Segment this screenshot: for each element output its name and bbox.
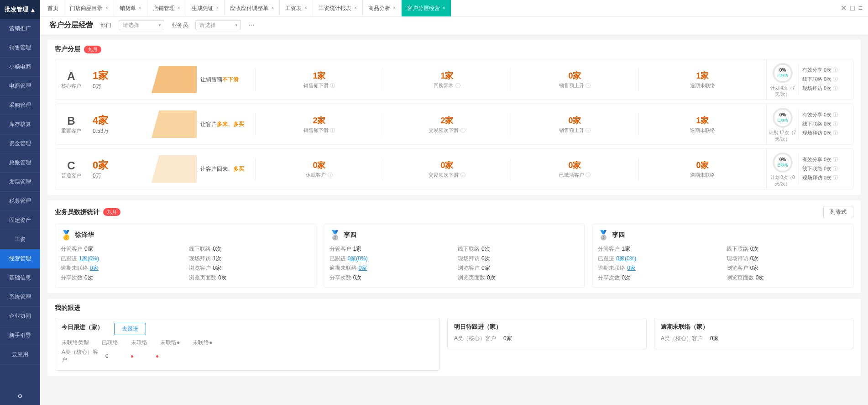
tier-row-A: A核心客户1家0万让销售额不下滑1家销售额下滑 ⓘ1家回购异常 ⓘ0家销售额上升… (55, 59, 853, 100)
follow-contacted-label: 已联络 (102, 339, 118, 347)
follow-overdue-a-val: 0家 (710, 335, 719, 342)
right-stat-info-icon[interactable]: ⓘ (833, 85, 838, 91)
stat-value[interactable]: 0家(0%) (616, 255, 636, 263)
stat-value[interactable]: 0家 (627, 264, 636, 272)
sidebar-settings[interactable]: ⚙ (0, 387, 40, 405)
follow-today-header: 今日跟进（家） 去跟进 (62, 323, 433, 335)
follow-overdue-a: A类（核心）客户 0家 (661, 335, 847, 342)
sidebar-item-企业协同[interactable]: 企业协同 (0, 307, 40, 326)
sidebar-item-新手引导[interactable]: 新手引导 (0, 326, 40, 345)
tab-首页[interactable]: 首页 (42, 0, 64, 16)
sidebar-item-发票管理[interactable]: 发票管理 (0, 173, 40, 192)
tab-close-店铺管理[interactable]: × (178, 0, 180, 16)
sidebar-item-小畅电商[interactable]: 小畅电商 (0, 58, 40, 77)
staff-section: 业务员数据统计 九月 列表式 🥇徐泽华分管客户0家线下联络0次已跟进1家(0%)… (47, 200, 861, 293)
right-stat-item: 有效分享 0次 ⓘ (802, 66, 849, 75)
tab-close-商品分析[interactable]: × (393, 0, 396, 16)
tab-close-生成凭证[interactable]: × (216, 0, 219, 16)
sidebar-item-工资[interactable]: 工资 (0, 230, 40, 249)
circle-already-A: 已联络 (777, 74, 788, 78)
sidebar-expand-icon[interactable]: ▲ (30, 6, 36, 13)
staff-stat-row: 已跟进0家(0%) (598, 255, 719, 263)
dept-select[interactable]: 请选择 (119, 20, 164, 30)
tab-close-客户分层经营[interactable]: × (443, 0, 445, 16)
metric-info-icon[interactable]: ⓘ (586, 83, 591, 88)
tab-close-销货单[interactable]: × (139, 0, 141, 16)
tab-客户分层经营[interactable]: 客户分层经营× (402, 0, 451, 16)
sidebar-item-基础信息[interactable]: 基础信息 (0, 268, 40, 288)
stat-value[interactable]: 0家 (359, 264, 367, 272)
tab-生成凭证[interactable]: 生成凭证× (186, 0, 225, 16)
metric-info-icon[interactable]: ⓘ (460, 172, 465, 178)
staff-stat-row: 已跟进1家(0%) (61, 255, 182, 263)
tier-right-stats-B: 有效分享 0次 ⓘ线下联络 0次 ⓘ现场拜访 0次 ⓘ (798, 109, 853, 139)
metric-info-icon[interactable]: ⓘ (455, 83, 460, 88)
tab-prev-icon[interactable]: ✕ (841, 4, 847, 12)
sidebar-header[interactable]: 批发管理 ▲ (0, 0, 40, 19)
right-stat-info-icon[interactable]: ⓘ (833, 175, 838, 180)
tab-menu-icon[interactable]: ≡ (858, 4, 863, 12)
tab-商品分析[interactable]: 商品分析× (363, 0, 402, 16)
tier-name-A: 核心客户 (59, 83, 84, 89)
sidebar-item-采购管理[interactable]: 采购管理 (0, 96, 40, 115)
metric-info-icon[interactable]: ⓘ (330, 83, 335, 88)
right-stat-info-icon[interactable]: ⓘ (833, 130, 838, 136)
stat-label: 分享次数 (329, 274, 351, 282)
follow-tomorrow-a-val: 0家 (503, 335, 512, 342)
right-stat-info-icon[interactable]: ⓘ (833, 67, 838, 73)
tab-工资表[interactable]: 工资表× (280, 0, 313, 16)
right-stat-info-icon[interactable]: ⓘ (833, 121, 838, 126)
sidebar-item-经营管理[interactable]: 经营管理 (0, 249, 40, 268)
metric-info-icon[interactable]: ⓘ (460, 127, 465, 133)
right-stat-info-icon[interactable]: ⓘ (833, 76, 838, 82)
sidebar-item-资金管理[interactable]: 资金管理 (0, 134, 40, 153)
metric-label: 销售额下滑 ⓘ (259, 127, 379, 134)
stat-label: 分管客户 (61, 245, 83, 253)
metric-info-icon[interactable]: ⓘ (330, 127, 335, 133)
goto-follow-button[interactable]: 去跟进 (114, 323, 146, 335)
metric-count: 1家 (259, 70, 379, 81)
metric-info-icon[interactable]: ⓘ (328, 172, 333, 178)
right-stat-info-icon[interactable]: ⓘ (833, 112, 838, 117)
tier-metric-A-销售额上升: 0家销售额上升 ⓘ (511, 68, 638, 91)
tab-店铺管理[interactable]: 店铺管理× (147, 0, 186, 16)
right-stat-info-icon[interactable]: ⓘ (833, 166, 838, 171)
tier-metric-C-逾期未联络: 0家逾期未联络 (638, 158, 766, 180)
metric-info-icon[interactable]: ⓘ (586, 172, 591, 178)
metric-info-icon[interactable]: ⓘ (586, 127, 591, 133)
tab-工资统计报表[interactable]: 工资统计报表× (313, 0, 363, 16)
tab-next-icon[interactable]: □ (850, 4, 855, 12)
stat-value[interactable]: 1家(0%) (79, 255, 99, 263)
sidebar-item-库存核算[interactable]: 库存核算 (0, 115, 40, 134)
tab-close-应收应付调整单[interactable]: × (271, 0, 274, 16)
follow-tomorrow-a: A类（核心）客户 0家 (454, 335, 640, 342)
stat-value[interactable]: 0家 (90, 264, 99, 272)
tab-close-工资表[interactable]: × (304, 0, 307, 16)
staff-stat-row: 分管客户1家 (329, 245, 450, 253)
sidebar-item-营销推广[interactable]: 营销推广 (0, 19, 40, 38)
list-view-button[interactable]: 列表式 (823, 206, 853, 218)
staff-card-2: 🥈李四分管客户1家线下联络0次已跟进0家(0%)现场拜访0次逾期未联络0家浏览客… (592, 224, 853, 288)
follow-tomorrow-title: 明日待跟进（家） (454, 323, 640, 331)
staff-stat-row: 逾期未联络0家 (61, 264, 182, 272)
sidebar-item-电商管理[interactable]: 电商管理 (0, 77, 40, 96)
tier-name-B: 重要客户 (59, 127, 84, 134)
tab-销货单[interactable]: 销货单× (114, 0, 147, 16)
circle-svg-A: 0% 已联络 (771, 61, 795, 85)
filter-more-icon[interactable]: ··· (248, 21, 254, 29)
tab-close-工资统计报表[interactable]: × (354, 0, 357, 16)
right-stat-info-icon[interactable]: ⓘ (833, 157, 838, 162)
sidebar-item-固定资产[interactable]: 固定资产 (0, 211, 40, 230)
tab-门店商品目录[interactable]: 门店商品目录× (64, 0, 114, 16)
staff-section-title: 业务员数据统计 (55, 208, 99, 216)
staff-stat-row: 浏览页面数0次 (727, 274, 847, 282)
sidebar-item-总账管理[interactable]: 总账管理 (0, 153, 40, 173)
tab-应收应付调整单[interactable]: 应收应付调整单× (225, 0, 280, 16)
sidebar-item-云应用[interactable]: 云应用 (0, 345, 40, 364)
sidebar-item-税务管理[interactable]: 税务管理 (0, 192, 40, 211)
tab-close-门店商品目录[interactable]: × (105, 0, 108, 16)
staff-select[interactable]: 请选择 (195, 20, 241, 30)
sidebar-item-销售管理[interactable]: 销售管理 (0, 38, 40, 58)
stat-value[interactable]: 0家(0%) (348, 255, 368, 263)
sidebar-item-系统管理[interactable]: 系统管理 (0, 288, 40, 307)
